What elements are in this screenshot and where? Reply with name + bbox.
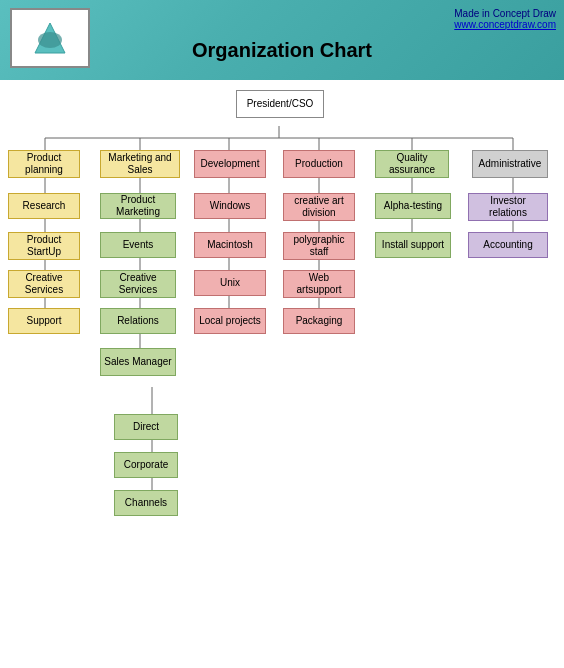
unix-box: Unix (194, 270, 266, 296)
quality-assurance-box: Quality assurance (375, 150, 449, 178)
chart-title: Organization Chart (192, 39, 372, 62)
direct-box: Direct (114, 414, 178, 440)
org-chart-content: President/CSO Product planning Marketing… (0, 80, 564, 668)
investor-relations-box: Investor relations (468, 193, 548, 221)
macintosh-box: Macintosh (194, 232, 266, 258)
administrative-box: Administrative (472, 150, 548, 178)
research-box: Research (8, 193, 80, 219)
web-artsupport-box: Web artsupport (283, 270, 355, 298)
sales-manager-box: Sales Manager (100, 348, 176, 376)
header: Made in Concept Draw www.conceptdraw.com… (0, 0, 564, 80)
local-projects-box: Local projects (194, 308, 266, 334)
production-box: Production (283, 150, 355, 178)
brand-text: Made in Concept Draw www.conceptdraw.com (454, 8, 556, 30)
relations-box: Relations (100, 308, 176, 334)
windows-box: Windows (194, 193, 266, 219)
polygraphic-staff-box: polygraphic staff (283, 232, 355, 260)
accounting-box: Accounting (468, 232, 548, 258)
creative-art-division-box: creative art division (283, 193, 355, 221)
logo (10, 8, 90, 68)
alpha-testing-box: Alpha-testing (375, 193, 451, 219)
product-planning-box: Product planning (8, 150, 80, 178)
packaging-box: Packaging (283, 308, 355, 334)
support-box: Support (8, 308, 80, 334)
marketing-sales-box: Marketing and Sales (100, 150, 180, 178)
svg-point-1 (38, 32, 62, 48)
product-marketing-box: Product Marketing (100, 193, 176, 219)
install-support-box: Install support (375, 232, 451, 258)
product-startup-box: Product StartUp (8, 232, 80, 260)
creative-services-right-box: Creative Services (100, 270, 176, 298)
channels-box: Channels (114, 490, 178, 516)
title-area: Organization Chart (192, 19, 372, 62)
creative-services-left-box: Creative Services (8, 270, 80, 298)
corporate-box: Corporate (114, 452, 178, 478)
president-box: President/CSO (236, 90, 324, 118)
events-box: Events (100, 232, 176, 258)
development-box: Development (194, 150, 266, 178)
